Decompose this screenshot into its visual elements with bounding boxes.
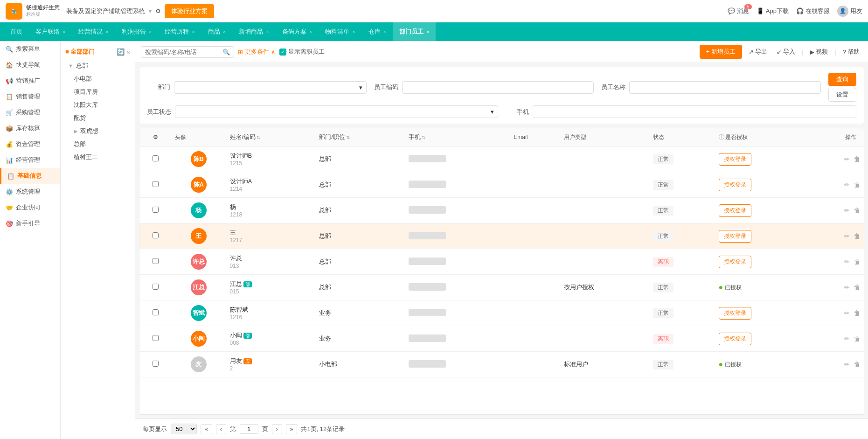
dept-collapse-icon[interactable]: « [126,48,130,56]
close-icon[interactable]: × [309,29,312,35]
next-page-btn[interactable]: › [272,424,282,434]
dropdown-arrow-icon[interactable]: ▾ [149,8,152,14]
row-checkbox-input[interactable] [153,284,159,290]
help-btn[interactable]: ? 帮助 [840,46,862,58]
row-checkbox-input[interactable] [153,361,159,367]
edit-icon[interactable]: ✏ [844,207,850,214]
row-checkbox-input[interactable] [153,181,159,187]
authorize-btn[interactable]: 授权登录 [719,333,751,345]
import-btn[interactable]: ↙ 导入 [774,46,798,58]
gear-icon[interactable]: ⚙ [155,7,161,14]
edit-icon[interactable]: ✏ [844,232,850,240]
row-checkbox-input[interactable] [153,232,159,238]
close-icon[interactable]: × [266,29,269,35]
edit-icon[interactable]: ✏ [844,361,850,368]
nav-tab-business[interactable]: 经营情况 × [72,22,115,41]
page-size-select[interactable]: 50 100 200 [171,424,197,434]
close-icon[interactable]: × [105,29,108,35]
row-checkbox[interactable] [139,172,171,198]
row-checkbox[interactable] [139,249,171,275]
phone-input[interactable] [533,105,857,118]
show-resigned-toggle[interactable]: ✓ 显示离职员工 [279,48,325,56]
delete-icon[interactable]: 🗑 [854,181,860,188]
prev-page-btn[interactable]: ‹ [216,424,226,434]
edit-icon[interactable]: ✏ [844,335,850,342]
search-button[interactable]: 查询 [828,73,856,86]
row-checkbox-input[interactable] [153,207,159,213]
row-checkbox-input[interactable] [153,155,159,161]
sidebar-item-search[interactable]: 🔍 搜索菜单 [0,41,60,57]
close-icon[interactable]: × [149,29,152,35]
row-checkbox[interactable] [139,326,171,352]
nav-tab-profit[interactable]: 利润报告 × [115,22,158,41]
row-checkbox[interactable] [139,300,171,326]
delete-icon[interactable]: 🗑 [854,258,860,265]
nav-tab-employees[interactable]: 部门员工 × [393,22,436,41]
row-checkbox[interactable] [139,146,171,172]
nav-tab-bom[interactable]: 物料清单 × [319,22,361,41]
authorize-btn[interactable]: 授权登录 [719,230,751,243]
search-input[interactable] [145,49,222,56]
online-service-btn[interactable]: 🎧 在线客服 [796,7,830,15]
sidebar-item-collab[interactable]: 🤝 企业协同 [0,200,60,216]
dept-tree-item-headquarters[interactable]: ▼ 总部 [61,59,135,72]
close-icon[interactable]: × [223,29,226,35]
dept-tree-item-shuanghu[interactable]: ▶ 双虎想 [61,125,135,138]
nav-tab-barcode[interactable]: 条码方案 × [276,22,319,41]
nav-tab-customer[interactable]: 客户联络 × [29,22,72,41]
row-checkbox-input[interactable] [153,258,159,264]
close-icon[interactable]: × [192,29,194,35]
sidebar-item-inventory[interactable]: 📦 库存核算 [0,120,60,136]
row-checkbox-input[interactable] [153,309,159,315]
delete-icon[interactable]: 🗑 [854,232,860,240]
reset-button[interactable]: 设置 [828,88,856,102]
authorize-btn[interactable]: 授权登录 [719,256,751,268]
nav-tab-goods[interactable]: 商品 × [201,22,232,41]
sidebar-item-system[interactable]: ⚙️ 系统管理 [0,184,60,200]
close-icon[interactable]: × [383,29,386,35]
dept-tree-item-distribution[interactable]: 配货 [61,111,135,125]
dept-select[interactable]: ▾ [174,81,367,94]
first-page-btn[interactable]: « [201,424,212,434]
col-dept[interactable]: 部门/职位 ⇅ [315,128,405,146]
app-download-btn[interactable]: 📱 App下载 [757,7,789,15]
sidebar-item-sales[interactable]: 📋 销售管理 [0,89,60,105]
delete-icon[interactable]: 🗑 [854,284,860,291]
sidebar-item-quicknav[interactable]: 🏠 快捷导航 [0,57,60,73]
close-icon[interactable]: × [426,29,429,35]
more-filter-btn[interactable]: ⊞ 更多条件 ∧ [238,48,276,56]
row-checkbox[interactable] [139,198,171,223]
row-checkbox-input[interactable] [153,335,159,341]
add-employee-button[interactable]: + 新增员工 [700,45,742,59]
col-name-code[interactable]: 姓名/编码 ⇅ [226,128,316,146]
close-icon[interactable]: × [352,29,355,35]
delete-icon[interactable]: 🗑 [854,335,860,342]
col-phone[interactable]: 手机 ⇅ [405,128,510,146]
dept-tree-item-xiaodibu[interactable]: 小电部 [61,72,135,85]
edit-icon[interactable]: ✏ [844,258,850,265]
close-icon[interactable]: × [62,29,65,35]
row-checkbox[interactable] [139,223,171,249]
export-btn[interactable]: ↗ 导出 [746,46,770,58]
view-btn[interactable]: ▶ 视频 [807,46,831,58]
nav-tab-new-goods[interactable]: 新增商品 × [232,22,275,41]
edit-icon[interactable]: ✏ [844,284,850,291]
sidebar-item-purchase[interactable]: 🛒 采购管理 [0,105,60,120]
authorize-btn[interactable]: 授权登录 [719,204,751,217]
employee-status-select[interactable]: ▾ [175,105,498,118]
authorize-btn[interactable]: 授权登录 [719,307,751,320]
try-button[interactable]: 体验行业方案 [165,4,214,18]
authorize-btn[interactable]: 授权登录 [719,179,751,191]
user-btn[interactable]: 👤 用友 [837,6,862,17]
message-btn[interactable]: 💬 5 消息 [728,7,749,15]
last-page-btn[interactable]: » [286,424,298,434]
search-icon[interactable]: 🔍 [222,49,230,56]
edit-icon[interactable]: ✏ [844,309,850,317]
edit-icon[interactable]: ✏ [844,155,850,163]
sidebar-item-guide[interactable]: 🎯 新手引导 [0,216,60,231]
sidebar-item-finance[interactable]: 💰 资金管理 [0,136,60,152]
page-input[interactable] [240,424,258,434]
row-checkbox[interactable] [139,352,171,377]
delete-icon[interactable]: 🗑 [854,309,860,317]
dept-tree-item-project[interactable]: 项目库房 [61,85,135,98]
